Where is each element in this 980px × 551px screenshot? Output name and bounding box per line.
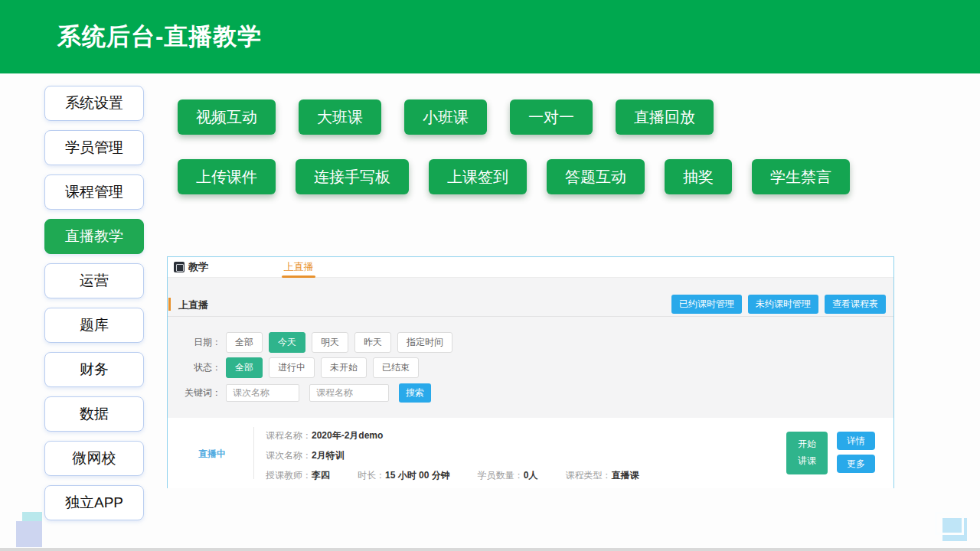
lesson-name-value: 2月特训 xyxy=(312,449,345,462)
date-filter-label: 日期： xyxy=(168,336,221,349)
session-meta-line: 授课教师： 李四 时长： 15 小时 00 分钟 学员数量： 0人 课程类型： … xyxy=(266,469,639,481)
section-divider xyxy=(168,316,893,317)
students-pair: 学员数量： 0人 xyxy=(478,469,538,482)
lesson-name-label: 课次名称： xyxy=(266,449,312,462)
sidebar-item-finance[interactable]: 财务 xyxy=(44,352,144,387)
students-value: 0人 xyxy=(524,469,538,482)
feature-lottery[interactable]: 抽奖 xyxy=(665,159,732,194)
sidebar-item-student-management[interactable]: 学员管理 xyxy=(44,130,144,165)
feature-quiz-interaction[interactable]: 答题互动 xyxy=(547,159,645,194)
section-header: 上直播 已约课时管理 未约课时管理 查看课程表 xyxy=(168,293,893,316)
course-type-value: 直播课 xyxy=(611,469,639,482)
course-name-input[interactable] xyxy=(309,384,389,402)
sidebar-item-data[interactable]: 数据 xyxy=(44,396,144,432)
feature-row-2: 上传课件 连接手写板 上课签到 答题互动 抽奖 学生禁言 xyxy=(178,159,850,194)
date-pill-today[interactable]: 今天 xyxy=(269,332,305,353)
sidebar-item-standalone-app[interactable]: 独立APP xyxy=(44,485,144,520)
view-timetable-button[interactable]: 查看课程表 xyxy=(825,295,886,314)
status-pill-finished[interactable]: 已结束 xyxy=(373,357,419,378)
booked-lessons-button[interactable]: 已约课时管理 xyxy=(671,295,742,314)
course-name-line: 课程名称： 2020年-2月demo xyxy=(266,429,639,442)
section-title: 上直播 xyxy=(178,298,208,312)
feature-live-replay[interactable]: 直播回放 xyxy=(616,99,714,135)
status-filter-label: 状态： xyxy=(168,361,221,374)
date-pill-tomorrow[interactable]: 明天 xyxy=(312,332,348,353)
teacher-pair: 授课教师： 李四 xyxy=(266,469,330,482)
date-pill-custom[interactable]: 指定时间 xyxy=(397,332,452,353)
filters: 日期： 全部 今天 明天 昨天 指定时间 状态： 全部 进行中 未开始 已结束 … xyxy=(168,333,893,409)
feature-upload-courseware[interactable]: 上传课件 xyxy=(178,159,276,194)
status-pill-all[interactable]: 全部 xyxy=(226,357,263,378)
feature-small-class[interactable]: 小班课 xyxy=(404,99,487,135)
course-type-pair: 课程类型： 直播课 xyxy=(565,469,639,482)
session-details: 课程名称： 2020年-2月demo 课次名称： 2月特训 授课教师： 李四 时… xyxy=(266,429,639,489)
status-pill-ongoing[interactable]: 进行中 xyxy=(269,357,315,378)
section-accent-bar xyxy=(168,298,171,311)
duration-label: 时长： xyxy=(358,469,385,482)
panel-brand-label: 教学 xyxy=(188,260,208,274)
teacher-value: 李四 xyxy=(312,469,330,482)
sidebar-item-live-teaching[interactable]: 直播教学 xyxy=(44,219,144,254)
page-title: 系统后台-直播教学 xyxy=(57,21,262,53)
panel-brand: 教学 xyxy=(174,260,208,274)
live-session-row: 直播中 课程名称： 2020年-2月demo 课次名称： 2月特训 授课教师： … xyxy=(168,418,893,488)
filter-row-keyword: 关键词： 搜索 xyxy=(168,383,893,402)
sidebar-item-question-bank[interactable]: 题库 xyxy=(44,308,144,343)
row-divider xyxy=(253,427,254,479)
panel-tabbar: 教学 上直播 xyxy=(168,257,893,278)
course-name-label: 课程名称： xyxy=(266,429,312,442)
feature-buttons: 视频互动 大班课 小班课 一对一 直播回放 上传课件 连接手写板 上课签到 答题… xyxy=(178,99,850,219)
feature-connect-tablet[interactable]: 连接手写板 xyxy=(296,159,409,194)
feature-one-on-one[interactable]: 一对一 xyxy=(510,99,593,135)
students-label: 学员数量： xyxy=(478,469,524,482)
detail-button[interactable]: 详情 xyxy=(837,432,875,450)
filter-row-date: 日期： 全部 今天 明天 昨天 指定时间 xyxy=(168,333,893,351)
date-pill-all[interactable]: 全部 xyxy=(226,332,263,353)
lesson-name-input[interactable] xyxy=(226,384,299,402)
lesson-name-line: 课次名称： 2月特训 xyxy=(266,449,639,461)
admin-panel: 教学 上直播 上直播 已约课时管理 未约课时管理 查看课程表 日期： 全部 今天… xyxy=(167,256,894,488)
tab-go-live[interactable]: 上直播 xyxy=(275,257,322,277)
feature-mute-students[interactable]: 学生禁言 xyxy=(752,159,850,194)
page-header: 系统后台-直播教学 xyxy=(0,0,980,73)
filter-row-status: 状态： 全部 进行中 未开始 已结束 xyxy=(168,358,893,377)
sidebar-item-system-settings[interactable]: 系统设置 xyxy=(44,86,144,121)
duration-pair: 时长： 15 小时 00 分钟 xyxy=(358,469,450,482)
sidebar-item-micro-school[interactable]: 微网校 xyxy=(44,441,144,476)
status-pill-not-started[interactable]: 未开始 xyxy=(321,357,367,378)
date-filter-pills: 全部 今天 明天 昨天 指定时间 xyxy=(226,332,452,353)
feature-class-checkin[interactable]: 上课签到 xyxy=(429,159,527,194)
app-logo-icon xyxy=(174,262,185,272)
duration-value: 15 小时 00 分钟 xyxy=(385,469,450,482)
live-status-badge: 直播中 xyxy=(198,448,226,461)
decor-square-lavender xyxy=(16,521,42,547)
course-name-value: 2020年-2月demo xyxy=(312,429,383,442)
sidebar-item-operations[interactable]: 运营 xyxy=(44,263,144,298)
keyword-filter-label: 关键词： xyxy=(168,386,221,399)
sidebar: 系统设置 学员管理 课程管理 直播教学 运营 题库 财务 数据 微网校 独立AP… xyxy=(44,86,144,520)
date-pill-yesterday[interactable]: 昨天 xyxy=(354,332,391,353)
sidebar-item-course-management[interactable]: 课程管理 xyxy=(44,174,144,210)
unbooked-lessons-button[interactable]: 未约课时管理 xyxy=(748,295,818,314)
search-button[interactable]: 搜索 xyxy=(399,383,431,403)
status-filter-pills: 全部 进行中 未开始 已结束 xyxy=(226,357,419,378)
feature-large-class[interactable]: 大班课 xyxy=(299,99,381,135)
more-button[interactable]: 更多 xyxy=(837,455,875,473)
feature-row-1: 视频互动 大班课 小班课 一对一 直播回放 xyxy=(178,99,850,135)
teacher-label: 授课教师： xyxy=(266,469,312,482)
start-teaching-button[interactable]: 开始讲课 xyxy=(786,432,828,474)
feature-video-interaction[interactable]: 视频互动 xyxy=(178,99,276,135)
course-type-label: 课程类型： xyxy=(565,469,611,482)
section-actions: 已约课时管理 未约课时管理 查看课程表 xyxy=(671,295,886,314)
bottom-edge-strip xyxy=(0,548,980,551)
decor-square-outline xyxy=(935,512,964,535)
